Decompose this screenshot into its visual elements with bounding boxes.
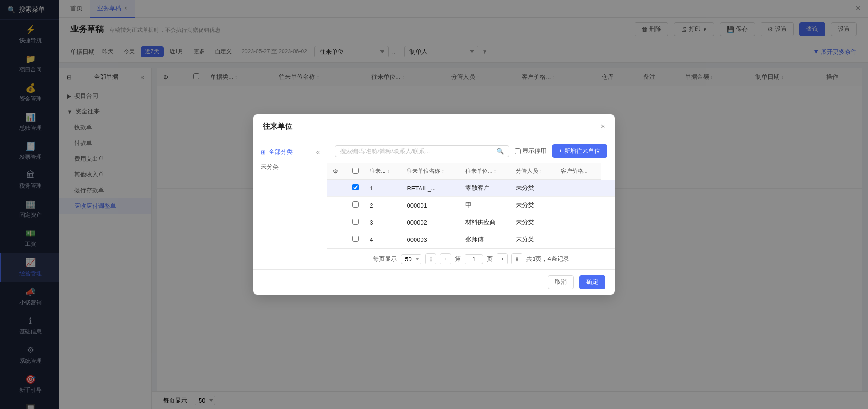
modal-col-code: 往来... ↕ (364, 163, 401, 180)
modal-col-category: 往来单位... ↕ (460, 163, 510, 180)
row-checkbox-cell[interactable] (347, 214, 364, 231)
grid-icon: ⊞ (261, 149, 266, 156)
modal-footer: 取消 确定 (253, 269, 615, 295)
row-name: 零散客户 (460, 180, 510, 197)
modal-col-price: 客户价格... (555, 163, 601, 180)
modal-table-row[interactable]: 1 RETAIL_... 零散客户 未分类 (327, 180, 615, 197)
modal-all-category[interactable]: ⊞ 全部分类 « (253, 145, 327, 159)
page-number-input[interactable] (465, 254, 483, 264)
row-assignee (555, 197, 601, 214)
modal-col-assignee: 分管人员 ↕ (510, 163, 555, 180)
per-page-label: 每页显示 (373, 255, 397, 263)
row-checkbox-cell[interactable] (347, 180, 364, 197)
page-label: 第 (455, 255, 461, 263)
modal-table: ⚙ 往来... ↕ 往来单位名称 ↕ 往来单位... ↕ 分管人员 ↕ 客户价格… (327, 163, 615, 248)
row-number: 1 (364, 180, 401, 197)
cancel-button[interactable]: 取消 (548, 275, 574, 289)
row-checkbox-cell[interactable] (347, 231, 364, 248)
row-checkbox[interactable] (352, 219, 359, 225)
confirm-label: 确定 (586, 278, 598, 286)
row-name: 张师傅 (460, 231, 510, 248)
row-name: 甲 (460, 197, 510, 214)
modal-uncategorized[interactable]: 未分类 (253, 159, 327, 175)
uncategorized-label: 未分类 (261, 163, 279, 170)
row-number: 3 (364, 214, 401, 231)
row-price-level (601, 214, 615, 231)
counterparty-modal: 往来单位 × ⊞ 全部分类 « 未分类 � (253, 114, 615, 295)
page-unit: 页 (487, 255, 493, 263)
confirm-button[interactable]: 确定 (579, 275, 605, 289)
modal-col-name: 往来单位名称 ↕ (401, 163, 459, 180)
row-number: 4 (364, 231, 401, 248)
row-assignee (555, 180, 601, 197)
row-name: 材料供应商 (460, 214, 510, 231)
row-category: 未分类 (510, 231, 555, 248)
row-number: 2 (364, 197, 401, 214)
row-settings-cell (327, 214, 347, 231)
row-code: 000002 (401, 214, 459, 231)
row-settings-cell (327, 197, 347, 214)
row-checkbox[interactable] (352, 184, 359, 190)
row-price-level (601, 180, 615, 197)
modal-body: ⊞ 全部分类 « 未分类 🔍 显示停用 (253, 139, 615, 269)
show-disabled-label: 显示停用 (522, 147, 547, 155)
row-category: 未分类 (510, 197, 555, 214)
modal-header: 往来单位 × (253, 114, 615, 139)
search-icon: 🔍 (497, 148, 504, 155)
modal-overlay[interactable]: 往来单位 × ⊞ 全部分类 « 未分类 � (0, 0, 868, 409)
collapse-cat-icon[interactable]: « (316, 149, 320, 156)
modal-right: 🔍 显示停用 + 新增往来单位 ⚙ (327, 139, 615, 269)
total-info: 共1页，4条记录 (526, 255, 569, 263)
add-counterparty-button[interactable]: + 新增往来单位 (552, 144, 607, 158)
row-assignee (555, 214, 601, 231)
modal-search-box[interactable]: 🔍 (335, 145, 509, 157)
modal-col-checkbox[interactable] (347, 163, 364, 180)
row-category: 未分类 (510, 214, 555, 231)
pagination-prev-btn[interactable]: ‹ (440, 253, 451, 264)
row-code: 000001 (401, 197, 459, 214)
row-code: 000003 (401, 231, 459, 248)
row-settings-cell (327, 231, 347, 248)
modal-table-row[interactable]: 4 000003 张师傅 未分类 (327, 231, 615, 248)
row-category: 未分类 (510, 180, 555, 197)
cancel-label: 取消 (555, 278, 567, 286)
modal-per-page-select[interactable]: 50 (401, 254, 421, 264)
pagination-next-btn[interactable]: › (497, 253, 508, 264)
add-counterparty-label: + 新增往来单位 (559, 147, 600, 155)
modal-close-icon[interactable]: × (600, 122, 605, 132)
row-price-level (601, 231, 615, 248)
modal-col-settings[interactable]: ⚙ (327, 163, 347, 180)
row-checkbox[interactable] (352, 201, 359, 208)
row-settings-cell (327, 180, 347, 197)
show-disabled-toggle[interactable]: 显示停用 (515, 147, 547, 155)
modal-pagination: 每页显示 50 ⟪ ‹ 第 页 › ⟫ 共1页，4条记录 (327, 248, 615, 269)
show-disabled-checkbox[interactable] (515, 148, 521, 154)
row-checkbox[interactable] (352, 236, 359, 242)
modal-table-row[interactable]: 2 000001 甲 未分类 (327, 197, 615, 214)
row-price-level (601, 197, 615, 214)
pagination-last-btn[interactable]: ⟫ (511, 253, 522, 264)
all-category-label: 全部分类 (269, 148, 293, 156)
modal-title: 往来单位 (263, 122, 292, 132)
modal-table-area: ⚙ 往来... ↕ 往来单位名称 ↕ 往来单位... ↕ 分管人员 ↕ 客户价格… (327, 163, 615, 248)
row-code: RETAIL_... (401, 180, 459, 197)
row-checkbox-cell[interactable] (347, 197, 364, 214)
modal-search-input[interactable] (340, 148, 494, 155)
modal-toolbar: 🔍 显示停用 + 新增往来单位 (327, 139, 615, 163)
modal-table-row[interactable]: 3 000002 材料供应商 未分类 (327, 214, 615, 231)
modal-categories: ⊞ 全部分类 « 未分类 (253, 139, 327, 269)
row-assignee (555, 231, 601, 248)
modal-select-all[interactable] (352, 168, 359, 174)
pagination-first-btn[interactable]: ⟪ (425, 253, 436, 264)
